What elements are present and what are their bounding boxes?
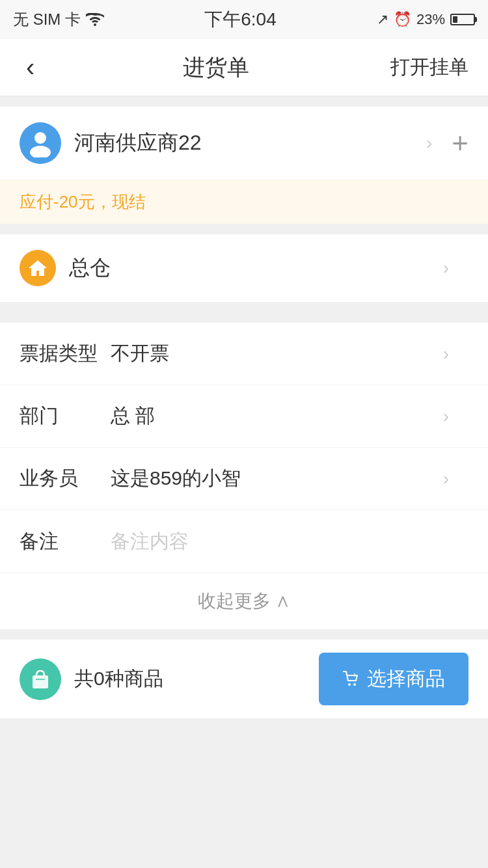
svg-point-5 [348, 683, 351, 686]
status-left: 无 SIM 卡 [13, 9, 104, 30]
section-gap-1 [0, 96, 488, 107]
status-right: ↗ ⏰ 23% [377, 11, 475, 28]
select-product-label: 选择商品 [367, 666, 445, 692]
department-chevron: › [443, 406, 449, 427]
remark-placeholder: 备注内容 [98, 528, 468, 555]
select-product-button[interactable]: + 选择商品 [319, 653, 468, 705]
notice-bar: 应付-20元，现结 [0, 180, 488, 224]
supplier-section: 河南供应商22 › + 应付-20元，现结 [0, 107, 488, 224]
svg-marker-2 [29, 260, 47, 276]
supplier-chevron: › [426, 133, 432, 154]
salesman-label: 业务员 [20, 465, 98, 492]
invoice-type-chevron: › [443, 344, 449, 364]
nav-bar: ‹ 进货单 打开挂单 [0, 39, 488, 96]
alarm-icon: ⏰ [394, 11, 411, 28]
status-bar: 无 SIM 卡 下午6:04 ↗ ⏰ 23% [0, 0, 488, 39]
salesman-chevron: › [443, 468, 449, 489]
battery-percent: 23% [416, 11, 445, 28]
shopping-bag-icon [29, 668, 52, 691]
page-title: 进货单 [183, 53, 249, 83]
product-count: 共0种商品 [74, 666, 306, 692]
svg-point-0 [34, 132, 46, 144]
section-gap-2 [0, 224, 488, 234]
cart-icon: + [342, 670, 360, 688]
invoice-type-value: 不开票 [98, 340, 443, 367]
house-icon [27, 258, 48, 278]
svg-text:+: + [353, 671, 357, 679]
status-time: 下午6:04 [204, 7, 277, 32]
department-value: 总 部 [98, 403, 443, 429]
collapse-text: 收起更多 ∧ [198, 589, 291, 614]
supplier-row[interactable]: 河南供应商22 › + [0, 107, 488, 180]
warehouse-name: 总仓 [69, 254, 443, 282]
remark-label: 备注 [20, 528, 98, 555]
svg-point-1 [30, 146, 51, 157]
warehouse-icon [20, 250, 56, 286]
warehouse-row[interactable]: 总仓 › [0, 234, 488, 302]
svg-point-6 [353, 683, 356, 686]
svg-rect-3 [33, 675, 48, 688]
warehouse-chevron: › [443, 258, 449, 278]
department-label: 部门 [20, 403, 98, 429]
form-section: 票据类型 不开票 › 部门 总 部 › 业务员 这是859的小智 › 备注 备注… [0, 323, 488, 573]
carrier-text: 无 SIM 卡 [13, 9, 81, 30]
salesman-value: 这是859的小智 [98, 465, 443, 492]
back-button[interactable]: ‹ [20, 46, 41, 88]
open-pending-button[interactable]: 打开挂单 [390, 54, 468, 81]
remark-row[interactable]: 备注 备注内容 [0, 510, 488, 573]
wifi-icon [86, 13, 104, 26]
product-icon-wrap [20, 658, 61, 700]
notice-text: 应付-20元，现结 [20, 192, 146, 211]
invoice-type-row[interactable]: 票据类型 不开票 › [0, 323, 488, 385]
product-bar: 共0种商品 + 选择商品 [0, 640, 488, 718]
collapse-row[interactable]: 收起更多 ∧ [0, 573, 488, 629]
section-gap-3 [0, 302, 488, 312]
salesman-row[interactable]: 业务员 这是859的小智 › [0, 448, 488, 510]
supplier-name: 河南供应商22 [74, 129, 426, 157]
background-fill [0, 718, 488, 868]
add-button[interactable]: + [452, 129, 468, 157]
avatar-icon [26, 129, 55, 157]
invoice-type-label: 票据类型 [20, 340, 98, 367]
battery-icon [450, 14, 475, 25]
supplier-avatar [20, 122, 61, 164]
department-row[interactable]: 部门 总 部 › [0, 385, 488, 448]
location-icon: ↗ [377, 11, 388, 28]
